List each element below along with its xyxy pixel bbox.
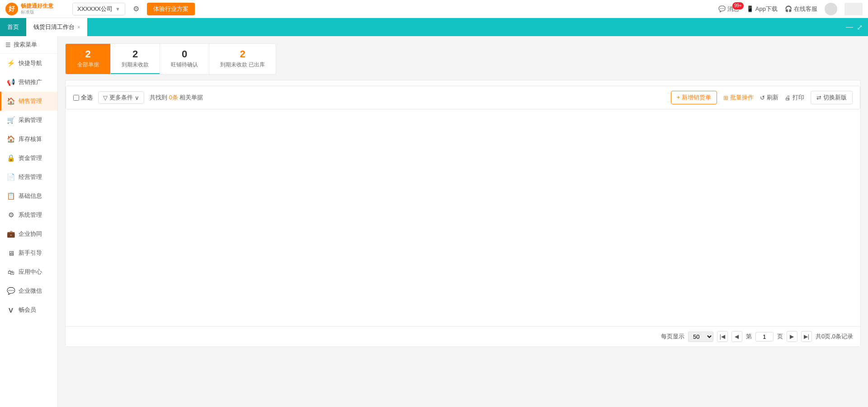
page-size-select[interactable]: 50 100 200 [688,332,713,342]
refresh-label: 刷新 [767,94,778,102]
sidebar-item-purchase[interactable]: 🛒 采购管理 [0,111,57,130]
current-page-input[interactable] [755,332,774,342]
pagination: 每页显示 50 100 200 |◀ ◀ 第 页 ▶ ▶| 共0页,0条记录 [66,326,860,346]
select-all-checkbox[interactable]: 全选 [73,94,93,102]
member-label: 畅会员 [19,306,36,314]
stat-tab-all[interactable]: 2 全部单据 [66,44,111,74]
prev-page-button[interactable]: ◀ [731,331,742,342]
page-size-label: 每页显示 [661,332,684,341]
nav-tab-expand: — ⤢ [840,23,868,32]
purchase-label: 采购管理 [19,116,42,124]
operations-label: 经营管理 [19,173,42,181]
stat-overdue-shipped-label: 到期未收款 已出库 [220,61,265,69]
stat-all-label: 全部单据 [77,61,99,69]
stats-tabs: 2 全部单据 2 到期未收款 0 旺铺待确认 2 到期未收款 已出库 [65,43,276,75]
main-content: 2 全部单据 2 到期未收款 0 旺铺待确认 2 到期未收款 已出库 [58,36,868,407]
system-label: 系统管理 [19,211,42,219]
settings-button[interactable]: ⚙ [130,3,142,15]
quicknav-label: 快捷导航 [19,59,42,67]
tab-qianhuoricin[interactable]: 钱货日清工作台 × [26,18,87,36]
sidebar-item-baseinfo[interactable]: 📋 基础信息 [0,187,57,206]
switch-version-button[interactable]: ⇄ 切换新版 [811,91,853,104]
sidebar-item-wechat[interactable]: 💬 企业微信 [0,281,57,300]
first-page-button[interactable]: |◀ [717,331,728,342]
content-block: 全选 ▽ 更多条件 ∨ 共找到 0条 相关单据 + 新增销货单 ⊞ 批量操作 [65,80,861,347]
batch-operation-button[interactable]: ⊞ 批量操作 [723,94,754,102]
select-all-input[interactable] [73,95,79,101]
baseinfo-label: 基础信息 [19,192,42,200]
top-header: 好 畅捷通好生意 标准版 XXXXXX公司 ▼ ⚙ 体验行业方案 💬 消息 99… [0,0,868,18]
sidebar-item-inventory[interactable]: 🏠 库存核算 [0,130,57,149]
sidebar-item-quicknav[interactable]: ⚡ 快捷导航 [0,54,57,73]
online-service-icon: 🎧 [785,5,792,12]
sidebar-item-operations[interactable]: 📄 经营管理 [0,168,57,187]
found-prefix: 共找到 [150,94,167,101]
found-suffix: 相关单据 [179,94,203,101]
sidebar-item-cooperation[interactable]: 💼 企业协同 [0,225,57,243]
nav-tabs: 首页 钱货日清工作台 × — ⤢ [0,18,868,36]
stat-tab-wangpu[interactable]: 0 旺铺待确认 [160,44,209,74]
sidebar-item-sales[interactable]: 🏠 销售管理 [0,92,57,111]
sidebar-item-member[interactable]: V 畅会员 [0,300,57,319]
company-selector[interactable]: XXXXXX公司 ▼ [72,3,125,15]
messages-button[interactable]: 💬 消息 99+ [718,5,739,13]
search-label: 搜索菜单 [14,41,37,49]
found-text: 共找到 0条 相关单据 [150,94,203,102]
stat-tab-overdue[interactable]: 2 到期未收款 [111,44,160,74]
inventory-icon: 🏠 [7,135,15,143]
next-page-button[interactable]: ▶ [787,331,797,342]
stat-all-num: 2 [85,49,90,59]
app-download-icon: 📱 [746,5,754,12]
print-label: 打印 [793,94,804,102]
wechat-label: 企业微信 [19,287,42,295]
sidebar-item-appcenter[interactable]: 🛍 应用中心 [0,262,57,281]
operations-icon: 📄 [7,173,15,181]
stat-overdue-shipped-num: 2 [240,49,245,59]
appcenter-icon: 🛍 [7,268,15,276]
logo-sub-text: 标准版 [21,9,53,14]
print-button[interactable]: 🖨 打印 [785,94,804,102]
app-download-label: App下载 [755,5,778,13]
stat-tab-overdue-shipped[interactable]: 2 到期未收款 已出库 [209,44,276,74]
tab-maximize-icon[interactable]: ⤢ [857,23,863,32]
tab-minimize-icon[interactable]: — [846,23,853,31]
online-service-button[interactable]: 🎧 在线客服 [785,5,817,13]
sidebar-item-system[interactable]: ⚙ 系统管理 [0,206,57,225]
settings-icon: ⚙ [133,5,139,13]
header-right: 💬 消息 99+ 📱 App下载 🎧 在线客服 [718,3,863,15]
guide-label: 新手引导 [19,249,42,257]
logo-text-area: 畅捷通好生意 标准版 [21,3,53,14]
sidebar-item-marketing[interactable]: 📢 营销推广 [0,73,57,92]
marketing-icon: 📢 [7,78,15,86]
trial-button[interactable]: 体验行业方案 [147,3,195,15]
avatar[interactable] [825,3,837,15]
quicknav-icon: ⚡ [7,59,15,67]
member-icon: V [7,306,15,314]
sidebar-item-guide[interactable]: 🖥 新手引导 [0,243,57,262]
sidebar-item-finance[interactable]: 🔒 资金管理 [0,149,57,168]
app-download-button[interactable]: 📱 App下载 [746,5,778,13]
finance-label: 资金管理 [19,154,42,162]
batch-icon: ⊞ [723,94,728,101]
total-text: 共0页,0条记录 [816,332,853,341]
logo-main-text: 畅捷通好生意 [21,3,53,9]
finance-icon: 🔒 [7,154,15,162]
message-icon: 💬 [718,5,726,12]
last-page-button[interactable]: ▶| [801,331,812,342]
found-count: 0条 [169,94,178,101]
tab-qianhuoricin-label: 钱货日清工作台 [33,23,75,31]
add-sales-order-button[interactable]: + 新增销货单 [671,91,717,104]
filter-label: 更多条件 [109,94,133,102]
user-name-area[interactable] [844,3,863,15]
refresh-button[interactable]: ↺ 刷新 [760,94,778,102]
tab-home[interactable]: 首页 [0,18,26,36]
toolbar: 全选 ▽ 更多条件 ∨ 共找到 0条 相关单据 + 新增销货单 ⊞ 批量操作 [66,86,860,109]
sidebar-search[interactable]: ☰ 搜索菜单 [0,36,57,54]
stat-overdue-label: 到期未收款 [122,61,149,69]
filter-button[interactable]: ▽ 更多条件 ∨ [98,91,144,104]
select-all-label: 全选 [81,94,93,102]
page-label-suffix: 页 [777,332,783,341]
tab-close-icon[interactable]: × [77,24,80,30]
stat-wangpu-label: 旺铺待确认 [171,61,198,69]
page-label-prefix: 第 [746,332,752,341]
